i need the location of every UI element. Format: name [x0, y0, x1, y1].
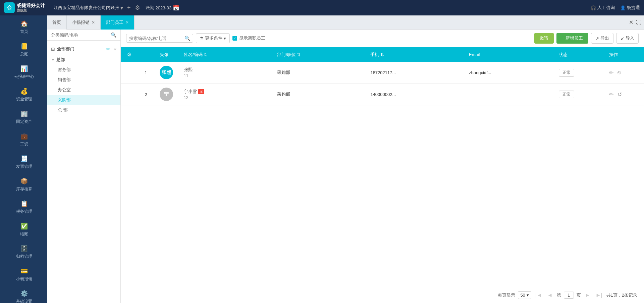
calendar-icon[interactable]: 📅	[173, 5, 179, 11]
expand-icon[interactable]: ⛶	[636, 19, 641, 26]
user-menu[interactable]: 👤 畅捷通	[620, 5, 640, 11]
pagination: 每页显示 50 ▾ |◄ ◄ 第 1 页 ► ►| 共1页，2条记录	[121, 287, 644, 303]
dept-col-header[interactable]: 部门/职位 ⇅	[272, 47, 365, 62]
avatar-col-header: 头像	[154, 47, 178, 62]
employee-tag: 应	[198, 89, 204, 94]
status-col-label: 状态	[559, 52, 568, 57]
settings-icon[interactable]: ⚙	[135, 4, 140, 11]
dept-child-finance[interactable]: 财务部	[47, 65, 120, 75]
company-dropdown-icon[interactable]: ▾	[120, 5, 123, 11]
all-dept-item[interactable]: ⊞ 全部部门 ✏ «	[47, 43, 120, 55]
sidebar-item-home[interactable]: 🏠 首页	[0, 15, 47, 38]
logo-text: 畅捷通好会计	[17, 3, 45, 8]
tab-expense[interactable]: 小畅报销 ✕	[67, 15, 101, 30]
sidebar-item-reports[interactable]: 📊 云报表中心	[0, 60, 47, 83]
sidebar-item-inventory[interactable]: 📦 库存核算	[0, 173, 47, 195]
dept-col-label: 部门/职位	[277, 52, 296, 57]
period-value: 2023-03	[156, 5, 172, 10]
employee-search-input[interactable]	[129, 36, 182, 41]
sidebar-label-close: 结账	[20, 231, 28, 237]
sidebar-item-funds[interactable]: 💰 资金管理	[0, 83, 47, 105]
last-page-button[interactable]: ►|	[594, 292, 604, 299]
sidebar-item-assets[interactable]: 🏢 固定资产	[0, 105, 47, 128]
tax-icon: 📋	[20, 200, 28, 207]
employee-search-icon[interactable]: 🔍	[184, 36, 190, 41]
employee-search-box: 🔍	[126, 34, 193, 43]
show-resign-toggle[interactable]: 显示离职员工	[232, 35, 265, 41]
avatar: 张熙	[160, 66, 173, 79]
phone-sort-icon: ⇅	[380, 52, 384, 57]
arrow-down-icon: ▼	[51, 57, 55, 62]
employee-name: 张熙	[184, 67, 266, 73]
settings-col-header[interactable]: ⚙	[121, 47, 138, 62]
filter-button[interactable]: ⚗ 更多条件 ▾	[196, 33, 230, 43]
row-phone-cell: 187202117...	[365, 62, 464, 84]
dept-child-purchase[interactable]: 采购部	[47, 95, 120, 105]
row-index-cell: 2	[138, 84, 154, 105]
status-col-header: 状态	[553, 47, 604, 62]
page-size-select[interactable]: 50 ▾	[518, 291, 531, 299]
logout-icon[interactable]: ⎋	[618, 69, 621, 75]
resign-checkbox[interactable]	[232, 36, 237, 41]
dept-child-sales[interactable]: 销售部	[47, 75, 120, 85]
sidebar-label-home: 首页	[20, 29, 28, 35]
company-name: 江西服宝精品有限责任公司内账张	[54, 5, 119, 11]
row-status-cell: 正常	[553, 84, 604, 105]
dept-child-office[interactable]: 办公室	[47, 85, 120, 95]
invite-button[interactable]: 邀请	[534, 33, 554, 44]
edit-icon[interactable]: ✏	[609, 69, 613, 76]
expense-tab-close[interactable]: ✕	[92, 20, 95, 25]
employee-panel: 🔍 ⚗ 更多条件 ▾ 显示离职员工 邀请 + 新增员工	[121, 30, 644, 303]
main-layout: 🏠 首页 📒 总账 📊 云报表中心 💰 资金管理 🏢 固定资产 💼 工资 🧾 发…	[0, 15, 644, 303]
dept-tab-close[interactable]: ✕	[125, 20, 129, 25]
action-col-label: 操作	[609, 52, 618, 57]
expense-icon: 💳	[20, 267, 28, 275]
first-page-button[interactable]: |◄	[534, 292, 543, 299]
collapse-dept-icon[interactable]: «	[114, 46, 116, 52]
col-settings-icon[interactable]: ⚙	[127, 52, 131, 57]
dept-group-header-hq[interactable]: ▼ 总部	[47, 55, 120, 65]
dept-child-general[interactable]: 总 部	[47, 105, 120, 115]
dept-search-icon[interactable]: 🔍	[111, 32, 116, 38]
sidebar-label-expense: 小畅报销	[16, 276, 32, 282]
name-cell: 张熙 11	[184, 67, 266, 78]
name-col-header[interactable]: 姓名/编码 ⇅	[178, 47, 272, 62]
tab-home[interactable]: 首页	[47, 15, 67, 30]
sidebar-label-tax: 税务管理	[16, 209, 32, 214]
add-account-icon[interactable]: +	[127, 4, 131, 11]
sidebar-item-expense[interactable]: 💳 小畅报销	[0, 263, 47, 285]
export-button[interactable]: ↗ 导出	[591, 33, 613, 44]
import-button[interactable]: ↙ 导入	[616, 33, 639, 44]
service-button[interactable]: 🎧 人工咨询	[591, 5, 615, 11]
sidebar-item-salary[interactable]: 💼 工资	[0, 128, 47, 150]
sidebar-item-settings[interactable]: ⚙️ 基础设置	[0, 285, 47, 303]
sidebar-item-archive[interactable]: 🗄️ 归档管理	[0, 240, 47, 263]
employee-name: 宁小雪 应	[184, 89, 266, 95]
sidebar-label-invoice: 发票管理	[16, 164, 32, 169]
current-page-input[interactable]: 1	[564, 292, 574, 299]
refresh-icon[interactable]: ↺	[618, 91, 622, 98]
index-col-header	[138, 47, 154, 62]
avatar-icon: 👤	[620, 5, 626, 10]
row-index-cell: 1	[138, 62, 154, 84]
sidebar-item-close[interactable]: ✅ 结账	[0, 218, 47, 240]
assets-icon: 🏢	[20, 110, 28, 117]
sidebar: 🏠 首页 📒 总账 📊 云报表中心 💰 资金管理 🏢 固定资产 💼 工资 🧾 发…	[0, 15, 47, 303]
add-employee-button[interactable]: + 新增员工	[556, 33, 588, 44]
next-page-button[interactable]: ►	[584, 292, 592, 299]
sidebar-item-invoice[interactable]: 🧾 发票管理	[0, 150, 47, 173]
edit-dept-icon[interactable]: ✏	[106, 46, 110, 52]
phone-col-header[interactable]: 手机 ⇅	[365, 47, 464, 62]
prev-page-button[interactable]: ◄	[546, 292, 554, 299]
close-window-icon[interactable]: ✕	[629, 19, 633, 26]
import-label: 导入	[626, 35, 634, 41]
export-label: 导出	[600, 35, 609, 41]
edit-icon[interactable]: ✏	[609, 91, 613, 98]
reports-icon: 📊	[20, 65, 28, 72]
page-suffix: 页	[577, 292, 581, 298]
dept-search-input[interactable]	[51, 33, 111, 38]
tab-dept[interactable]: 部门员工 ✕	[101, 15, 135, 30]
topbar-right: 🎧 人工咨询 👤 畅捷通	[591, 5, 640, 11]
sidebar-item-tax[interactable]: 📋 税务管理	[0, 195, 47, 218]
sidebar-item-ledger[interactable]: 📒 总账	[0, 38, 47, 60]
